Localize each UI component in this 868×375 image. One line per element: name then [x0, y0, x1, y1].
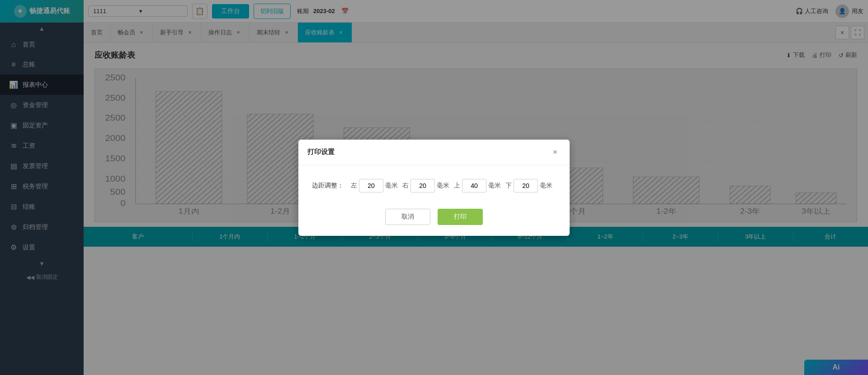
margin-left-group: 左 毫米 — [351, 179, 398, 192]
top-unit-label: 毫米 — [488, 182, 501, 190]
modal-body: 边距调整： 左 毫米 右 毫米 上 毫米 下 — [298, 165, 570, 202]
bottom-direction-label: 下 — [505, 182, 512, 190]
margin-top-group: 上 毫米 — [454, 179, 501, 192]
modal-overlay: 打印设置 × 边距调整： 左 毫米 右 毫米 上 毫米 — [0, 0, 868, 375]
bottom-unit-label: 毫米 — [540, 182, 552, 190]
modal-footer: 取消 打印 — [298, 202, 570, 236]
cancel-button[interactable]: 取消 — [385, 209, 430, 225]
top-direction-label: 上 — [454, 182, 460, 190]
right-direction-label: 右 — [402, 182, 409, 190]
margin-label: 边距调整： — [312, 182, 344, 190]
confirm-print-button[interactable]: 打印 — [438, 209, 483, 225]
left-unit-label: 毫米 — [385, 182, 398, 190]
margin-bottom-input[interactable] — [514, 179, 538, 192]
margin-right-input[interactable] — [410, 179, 435, 192]
left-direction-label: 左 — [351, 182, 357, 190]
modal-title: 打印设置 — [307, 148, 335, 156]
margin-right-group: 右 毫米 — [402, 179, 449, 192]
margin-top-input[interactable] — [462, 179, 486, 192]
margin-left-input[interactable] — [359, 179, 383, 192]
modal-close-button[interactable]: × — [550, 147, 561, 158]
margin-bottom-group: 下 毫米 — [505, 179, 552, 192]
margin-row: 边距调整： 左 毫米 右 毫米 上 毫米 下 — [312, 179, 556, 192]
modal-header: 打印设置 × — [298, 140, 570, 165]
print-settings-modal: 打印设置 × 边距调整： 左 毫米 右 毫米 上 毫米 — [298, 140, 570, 236]
right-unit-label: 毫米 — [437, 182, 449, 190]
